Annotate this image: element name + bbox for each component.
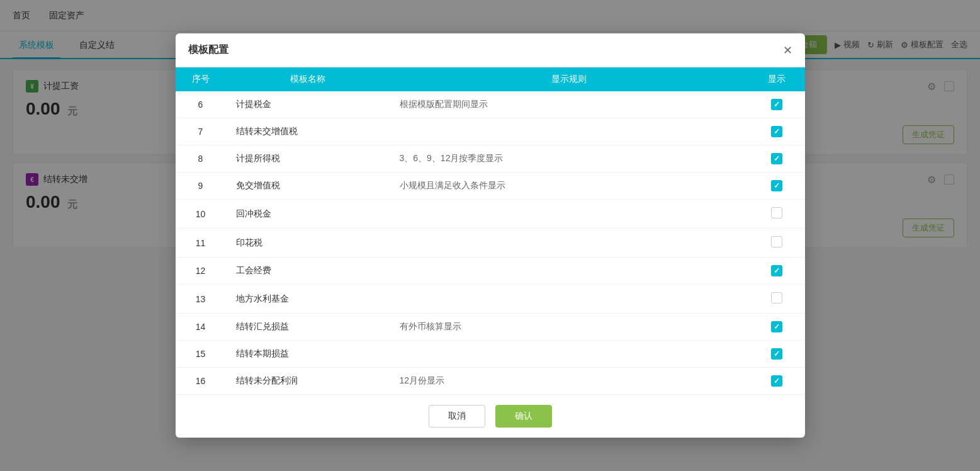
modal-title: 模板配置 (188, 43, 228, 57)
table-row: 6计提税金根据模版配置期间显示 (176, 91, 805, 118)
row-rule: 根据模版配置期间显示 (390, 91, 748, 118)
table-row: 9免交增值税小规模且满足收入条件显示 (176, 173, 805, 200)
table-row: 11印花税 (176, 229, 805, 258)
row-name: 结转未分配利润 (226, 368, 390, 395)
row-checkbox-cell[interactable] (748, 145, 805, 173)
modal-header: 模板配置 ✕ (176, 33, 805, 67)
row-checkbox[interactable] (771, 292, 782, 304)
row-rule (390, 258, 748, 285)
row-checkbox[interactable] (771, 207, 782, 218)
row-rule (390, 118, 748, 145)
row-seq: 16 (176, 368, 226, 395)
col-display: 显示 (748, 67, 805, 91)
row-seq: 8 (176, 145, 226, 173)
row-seq: 15 (176, 341, 226, 368)
row-checkbox-cell[interactable] (748, 118, 805, 145)
modal-close-button[interactable]: ✕ (783, 45, 792, 56)
modal-body: 序号 模板名称 显示规则 显示 6计提税金根据模版配置期间显示7结转未交增值税8… (176, 67, 805, 394)
row-checkbox[interactable] (771, 348, 782, 360)
row-name: 结转汇兑损益 (226, 314, 390, 341)
row-seq: 13 (176, 285, 226, 314)
row-rule (390, 285, 748, 314)
table-row: 12工会经费 (176, 258, 805, 285)
row-seq: 12 (176, 258, 226, 285)
row-rule (390, 229, 748, 258)
table-row: 7结转未交增值税 (176, 118, 805, 145)
row-name: 地方水利基金 (226, 285, 390, 314)
config-table: 序号 模板名称 显示规则 显示 6计提税金根据模版配置期间显示7结转未交增值税8… (176, 67, 805, 394)
row-checkbox-cell[interactable] (748, 258, 805, 285)
row-name: 结转未交增值税 (226, 118, 390, 145)
row-rule: 3、6、9、12月按季度显示 (390, 145, 748, 173)
row-checkbox[interactable] (771, 236, 782, 247)
row-checkbox-cell[interactable] (748, 314, 805, 341)
row-checkbox[interactable] (771, 321, 782, 332)
row-checkbox[interactable] (771, 375, 782, 387)
table-body: 6计提税金根据模版配置期间显示7结转未交增值税8计提所得税3、6、9、12月按季… (176, 91, 805, 394)
table-row: 16结转未分配利润12月份显示 (176, 368, 805, 395)
row-seq: 14 (176, 314, 226, 341)
row-seq: 11 (176, 229, 226, 258)
row-seq: 9 (176, 173, 226, 200)
row-name: 免交增值税 (226, 173, 390, 200)
table-row: 10回冲税金 (176, 200, 805, 229)
table-row: 8计提所得税3、6、9、12月按季度显示 (176, 145, 805, 173)
row-checkbox-cell[interactable] (748, 341, 805, 368)
row-name: 回冲税金 (226, 200, 390, 229)
cancel-button[interactable]: 取消 (429, 405, 485, 428)
table-header: 序号 模板名称 显示规则 显示 (176, 67, 805, 91)
row-checkbox-cell[interactable] (748, 368, 805, 395)
row-checkbox[interactable] (771, 180, 782, 191)
row-checkbox[interactable] (771, 265, 782, 276)
col-rule: 显示规则 (390, 67, 748, 91)
row-rule (390, 200, 748, 229)
table-row: 14结转汇兑损益有外币核算显示 (176, 314, 805, 341)
row-rule (390, 341, 748, 368)
modal-footer: 取消 确认 (176, 394, 805, 438)
row-name: 工会经费 (226, 258, 390, 285)
row-checkbox-cell[interactable] (748, 91, 805, 118)
row-checkbox-cell[interactable] (748, 173, 805, 200)
table-row: 15结转本期损益 (176, 341, 805, 368)
row-checkbox[interactable] (771, 153, 782, 164)
row-checkbox-cell[interactable] (748, 229, 805, 258)
row-checkbox[interactable] (771, 126, 782, 137)
confirm-button[interactable]: 确认 (495, 405, 552, 428)
row-checkbox-cell[interactable] (748, 285, 805, 314)
row-seq: 7 (176, 118, 226, 145)
table-row: 13地方水利基金 (176, 285, 805, 314)
row-checkbox-cell[interactable] (748, 200, 805, 229)
modal-overlay: 模板配置 ✕ 序号 模板名称 显示规则 显示 6计提税金根据模版配置期间显示7结… (0, 0, 980, 471)
row-name: 印花税 (226, 229, 390, 258)
modal-template-config: 模板配置 ✕ 序号 模板名称 显示规则 显示 6计提税金根据模版配置期间显示7结… (176, 33, 805, 438)
col-seq: 序号 (176, 67, 226, 91)
row-name: 结转本期损益 (226, 341, 390, 368)
col-name: 模板名称 (226, 67, 390, 91)
row-rule: 12月份显示 (390, 368, 748, 395)
row-seq: 10 (176, 200, 226, 229)
row-name: 计提税金 (226, 91, 390, 118)
row-rule: 有外币核算显示 (390, 314, 748, 341)
row-rule: 小规模且满足收入条件显示 (390, 173, 748, 200)
row-checkbox[interactable] (771, 99, 782, 110)
row-name: 计提所得税 (226, 145, 390, 173)
row-seq: 6 (176, 91, 226, 118)
